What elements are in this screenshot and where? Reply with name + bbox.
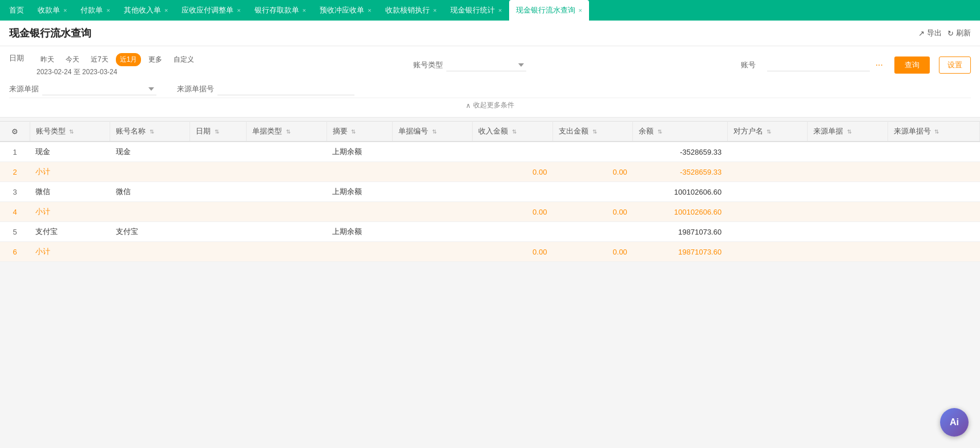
close-icon[interactable]: × [237,7,240,14]
source-doc-select[interactable] [42,83,156,95]
nav-home[interactable]: 首页 [2,0,31,21]
table-cell [727,202,807,222]
table-cell [888,242,979,262]
filter-row-1: 日期 昨天 今天 近7天 近1月 更多 自定义 2023-02-24 至 202… [9,53,971,77]
account-filter: 账号 ··· [741,59,885,71]
source-doc-no-label: 来源单据号 [177,84,214,94]
date-btn-custom[interactable]: 自定义 [170,53,198,66]
col-source-doc[interactable]: 来源单据 ⇅ [808,122,888,142]
nav-receipt[interactable]: 收款单 × [31,0,74,21]
date-btn-1month[interactable]: 近1月 [116,53,142,66]
col-counterpart[interactable]: 对方户名 ⇅ [727,122,807,142]
col-income[interactable]: 收入金额 ⇅ [473,122,552,142]
refresh-button[interactable]: ↻ 刷新 [947,28,971,38]
table-cell: 小计 [30,162,110,182]
table-cell [888,202,979,222]
sort-icon: ⇅ [215,128,219,135]
table-row[interactable]: 2小计0.000.00-3528659.33 [0,162,980,182]
table-cell: 19871073.60 [633,242,727,262]
table-cell [190,142,247,162]
table-cell [727,142,807,162]
setting-button[interactable]: 设置 [939,56,971,74]
col-doc-type[interactable]: 单据类型 ⇅ [247,122,326,142]
table-row[interactable]: 3微信微信上期余额100102606.60 [0,182,980,202]
col-account-type[interactable]: 账号类型 ⇅ [30,122,110,142]
date-btn-yesterday[interactable]: 昨天 [37,53,58,66]
close-icon[interactable]: × [164,7,168,14]
table-cell [808,142,888,162]
col-expense[interactable]: 支出金额 ⇅ [552,122,632,142]
table-cell [473,182,552,202]
table-row[interactable]: 5支付宝支付宝上期余额19871073.60 [0,222,980,242]
table-cell [190,242,247,262]
nav-verify[interactable]: 收款核销执行 × [378,0,443,21]
nav-other-income[interactable]: 其他收入单 × [117,0,175,21]
date-btn-7days[interactable]: 近7天 [87,53,112,66]
col-source-doc-no[interactable]: 来源单据号 ⇅ [888,122,979,142]
source-doc-no-input[interactable] [217,83,354,95]
close-icon[interactable]: × [433,7,437,14]
col-balance[interactable]: 余额 ⇅ [633,122,727,142]
table-cell [190,202,247,222]
date-btn-more[interactable]: 更多 [144,53,166,66]
table-cell: 0.00 [552,162,632,182]
close-icon[interactable]: × [106,7,110,14]
nav-adjustment[interactable]: 应收应付调整单 × [175,0,247,21]
export-button[interactable]: ↗ 导出 [918,28,942,38]
sort-icon: ⇅ [432,128,437,135]
table-header-row: ⚙ 账号类型 ⇅ 账号名称 ⇅ 日期 ⇅ 单据类型 ⇅ 摘 [0,122,980,142]
collapse-bar[interactable]: ∧ 收起更多条件 [9,98,971,110]
page-header: 现金银行流水查询 ↗ 导出 ↻ 刷新 [0,21,980,46]
top-navigation: 首页 收款单 × 付款单 × 其他收入单 × 应收应付调整单 × 银行存取款单 … [0,0,980,21]
table-cell [110,202,190,222]
col-date[interactable]: 日期 ⇅ [190,122,247,142]
col-account-name[interactable]: 账号名称 ⇅ [110,122,190,142]
col-date-label: 日期 [196,127,211,135]
sort-icon: ⇅ [351,128,356,135]
close-icon[interactable]: × [498,7,502,14]
table-cell: 上期余额 [326,142,392,162]
close-icon[interactable]: × [579,7,582,14]
date-label: 日期 [9,53,32,63]
col-gear[interactable]: ⚙ [0,122,30,142]
table-cell [888,222,979,242]
table-cell [473,142,552,162]
source-doc-no-filter: 来源单据号 [177,83,354,95]
table-cell: 0.00 [473,242,552,262]
account-more-button[interactable]: ··· [873,60,885,70]
sort-icon: ⇅ [847,128,852,135]
table-cell: 0.00 [473,162,552,182]
table-cell [247,182,326,202]
table-cell [888,182,979,202]
account-type-select[interactable]: 现金 微信 支付宝 [446,59,526,71]
table-cell [393,222,473,242]
table-cell: 现金 [110,142,190,162]
table-row[interactable]: 4小计0.000.00100102606.60 [0,202,980,222]
table-row[interactable]: 6小计0.000.0019871073.60 [0,242,980,262]
col-summary[interactable]: 摘要 ⇅ [326,122,392,142]
nav-advance[interactable]: 预收冲应收单 × [313,0,378,21]
table-cell [393,242,473,262]
data-table-container: ⚙ 账号类型 ⇅ 账号名称 ⇅ 日期 ⇅ 单据类型 ⇅ 摘 [0,121,980,262]
table-cell [808,202,888,222]
close-icon[interactable]: × [303,7,306,14]
table-cell [326,242,392,262]
account-input[interactable] [767,59,870,71]
close-icon[interactable]: × [63,7,67,14]
nav-bank-stats[interactable]: 现金银行统计 × [443,0,509,21]
table-cell [110,162,190,182]
close-icon[interactable]: × [368,7,371,14]
col-balance-label: 余额 [639,127,654,135]
col-source-doc-no-label: 来源单据号 [894,127,931,135]
table-row[interactable]: 1现金现金上期余额-3528659.33 [0,142,980,162]
table-cell: 100102606.60 [633,202,727,222]
col-doc-no[interactable]: 单据编号 ⇅ [393,122,473,142]
nav-bank-flow[interactable]: 现金银行流水查询 × [509,0,589,21]
date-btn-today[interactable]: 今天 [62,53,83,66]
table-cell [808,222,888,242]
query-button[interactable]: 查询 [894,56,930,74]
table-cell [727,242,807,262]
col-source-doc-label: 来源单据 [813,127,843,135]
nav-payment[interactable]: 付款单 × [74,0,116,21]
nav-bank-deposit[interactable]: 银行存取款单 × [248,0,313,21]
